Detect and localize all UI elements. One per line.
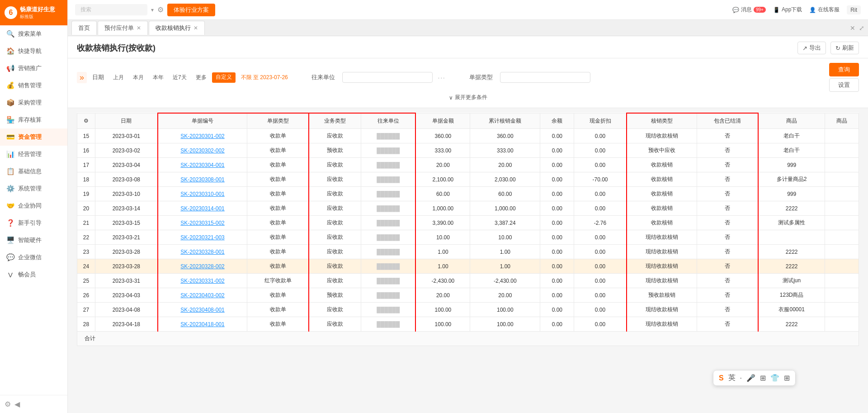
sidebar-item-search[interactable]: 🔍搜索菜单 xyxy=(0,25,67,43)
settings-button[interactable]: 设置 xyxy=(829,78,859,92)
cell-date: 2023-03-28 xyxy=(95,245,158,259)
expand-conditions-btn[interactable]: ∨ 展开更多条件 xyxy=(449,94,487,101)
filter-date-this-month[interactable]: 本月 xyxy=(129,72,147,83)
sidebar-item-enterprise[interactable]: 🤝企业协同 xyxy=(0,197,67,214)
col-header-balance: 余额 xyxy=(540,113,574,129)
cell-biz-type: 应收款 xyxy=(309,172,361,187)
tabbar-expand-btn[interactable]: ⤢ xyxy=(859,24,864,32)
cell-product: 2222 xyxy=(758,317,825,332)
topbar-gear-icon[interactable]: ⚙ xyxy=(157,5,164,14)
solution-button[interactable]: 体验行业方案 xyxy=(167,4,215,16)
filter-date-custom[interactable]: 自定义 xyxy=(212,72,236,83)
cell-cancel-type: 收款核销 xyxy=(627,172,697,187)
sidebar-item-sales[interactable]: 💰销售管理 xyxy=(0,77,67,94)
voucher-no-link[interactable]: SK-20230328-002 xyxy=(180,263,224,270)
cell-partner: ██████ xyxy=(361,129,416,143)
cell-include-settled: 否 xyxy=(697,129,759,143)
sidebar-item-system[interactable]: ⚙️系统管理 xyxy=(0,180,67,197)
float-shirt-icon[interactable]: 👕 xyxy=(770,374,779,382)
sidebar-item-guide[interactable]: ❓新手引导 xyxy=(0,214,67,232)
topbar-search-box: 搜索 xyxy=(75,4,147,15)
sidebar-label-inventory: 库存核算 xyxy=(18,116,42,124)
float-grid-icon[interactable]: ⊞ xyxy=(760,374,766,382)
query-button[interactable]: 查询 xyxy=(829,63,859,76)
topbar-dropdown-arrow[interactable]: ▾ xyxy=(151,7,154,13)
tabbar-close-btn[interactable]: ✕ xyxy=(850,24,855,32)
voucher-no-link[interactable]: SK-20230314-001 xyxy=(180,205,224,212)
filter-date-7days[interactable]: 近7天 xyxy=(169,72,190,83)
cell-accum-cancel: 20.00 xyxy=(470,288,540,303)
float-icon-2[interactable]: · xyxy=(740,374,742,382)
col-header-settings[interactable]: ⚙ xyxy=(77,113,95,129)
cell-amount: 100.00 xyxy=(415,317,470,332)
filter-date-this-year[interactable]: 本年 xyxy=(149,72,167,83)
cell-product: 老白干 xyxy=(758,129,825,143)
voucher-no-link[interactable]: SK-20230308-001 xyxy=(180,176,224,183)
topbar-message[interactable]: 💬 消息 99+ xyxy=(732,6,766,14)
voucher-no-link[interactable]: SK-20230331-002 xyxy=(180,278,224,284)
sidebar-item-marketing[interactable]: 📢营销推广 xyxy=(0,60,67,77)
voucher-no-link[interactable]: SK-20230310-001 xyxy=(180,191,224,197)
voucher-no-link[interactable]: SK-20230301-002 xyxy=(180,133,224,139)
tab-receipt[interactable]: 收款核销执行 ✕ xyxy=(149,21,205,35)
cell-voucher-no: SK-20230403-002 xyxy=(158,288,247,303)
voucher-no-link[interactable]: SK-20230315-002 xyxy=(180,220,224,226)
sidebar-item-basics[interactable]: 📋基础信息 xyxy=(0,163,67,180)
cell-cash-discount: 0.00 xyxy=(574,129,627,143)
sidebar-label-wechat: 企业微信 xyxy=(18,253,42,261)
sidebar-icon-hardware: 🖥️ xyxy=(6,236,14,244)
col-header-accum-cancel: 累计核销金额 xyxy=(470,113,540,129)
export-button[interactable]: ↗ 导出 xyxy=(797,42,826,54)
cell-date: 2023-04-08 xyxy=(95,303,158,317)
voucher-no-link[interactable]: SK-20230304-001 xyxy=(180,162,224,168)
filter-date-last-month[interactable]: 上月 xyxy=(109,72,127,83)
voucher-no-link[interactable]: SK-20230403-002 xyxy=(180,292,224,299)
sidebar-item-quicknav[interactable]: 🏠快捷导航 xyxy=(0,43,67,60)
topbar-service[interactable]: 👤 在线客服 xyxy=(809,6,840,14)
cell-product: 2222 xyxy=(758,201,825,216)
cell-include-settled: 否 xyxy=(697,274,759,288)
filter-expand-arrow[interactable]: » xyxy=(77,72,87,83)
voucher-no-link[interactable]: SK-20230321-003 xyxy=(180,234,224,241)
sidebar-icon-marketing: 📢 xyxy=(6,64,14,72)
sidebar-label-hardware: 智能硬件 xyxy=(18,236,42,244)
voucher-no-link[interactable]: SK-20230302-002 xyxy=(180,147,224,154)
voucher-no-link[interactable]: SK-20230408-001 xyxy=(180,307,224,313)
cell-cash-discount: 0.00 xyxy=(574,288,627,303)
tab-prepay[interactable]: 预付应付单 ✕ xyxy=(98,21,148,35)
topbar-app-download[interactable]: 📱 App下载 xyxy=(773,6,802,14)
sidebar-item-inventory[interactable]: 🏪库存核算 xyxy=(0,111,67,128)
sidebar-item-wechat[interactable]: 💬企业微信 xyxy=(0,249,67,266)
sidebar-icon-wechat: 💬 xyxy=(6,253,14,261)
filter-voucher-type-select[interactable] xyxy=(500,72,590,83)
float-apps-icon[interactable]: ⊞ xyxy=(784,374,790,382)
sidebar-collapse-icon[interactable]: ◀ xyxy=(14,400,20,408)
table-row: 26 2023-04-03 SK-20230403-002 收款单 预收款 ██… xyxy=(77,288,859,303)
sidebar-item-finance[interactable]: 💳资金管理 xyxy=(0,128,67,146)
voucher-no-link[interactable]: SK-20230418-001 xyxy=(180,321,224,328)
refresh-button[interactable]: ↻ 刷新 xyxy=(830,42,859,54)
float-mic-icon[interactable]: 🎤 xyxy=(746,374,755,382)
sidebar-item-purchase[interactable]: 📦采购管理 xyxy=(0,94,67,111)
filter-partner-input[interactable] xyxy=(342,72,433,83)
cell-product2 xyxy=(825,230,859,245)
float-icon-1[interactable]: 英 xyxy=(728,373,736,383)
voucher-no-link[interactable]: SK-20230328-001 xyxy=(180,249,224,255)
filter-date-more[interactable]: 更多 xyxy=(192,72,210,83)
cell-product2 xyxy=(825,317,859,332)
tabbar-actions: ✕ ⤢ xyxy=(850,24,864,32)
sidebar-item-operations[interactable]: 📊经营管理 xyxy=(0,146,67,163)
cell-product2 xyxy=(825,274,859,288)
page: 收款核销执行(按收款) ↗ 导出 ↻ 刷新 » 日期 上月 本月 xyxy=(68,36,868,413)
sidebar-settings-icon[interactable]: ⚙ xyxy=(5,400,11,408)
tab-receipt-close[interactable]: ✕ xyxy=(193,25,198,31)
cell-balance: 0.00 xyxy=(540,317,574,332)
sidebar: 6 畅康道好生意 标推版 🔍搜索菜单🏠快捷导航📢营销推广💰销售管理📦采购管理🏪库… xyxy=(0,0,68,413)
sidebar-item-hardware[interactable]: 🖥️智能硬件 xyxy=(0,232,67,249)
cell-cancel-type: 现结收款核销 xyxy=(627,274,697,288)
tab-prepay-close[interactable]: ✕ xyxy=(137,25,141,31)
sidebar-item-member[interactable]: V畅会员 xyxy=(0,266,67,283)
filter-dots[interactable]: ··· xyxy=(438,74,446,81)
tab-home[interactable]: 首页 xyxy=(71,21,97,35)
topbar-user[interactable]: Rit xyxy=(847,5,861,14)
